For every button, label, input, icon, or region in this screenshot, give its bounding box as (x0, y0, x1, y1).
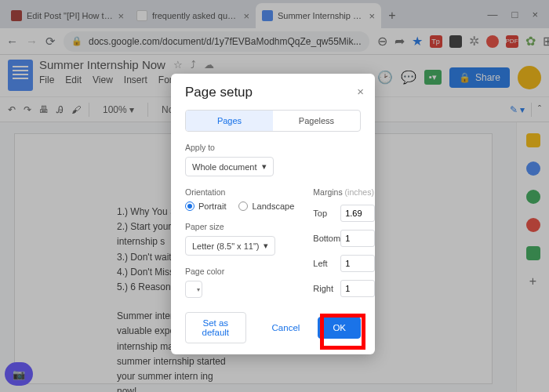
paper-size-select[interactable]: Letter (8.5" x 11")▾ (185, 236, 275, 256)
margin-right-input[interactable] (340, 280, 375, 297)
tab-pages[interactable]: Pages (186, 111, 273, 131)
margin-bottom-input[interactable] (340, 230, 375, 247)
cancel-button[interactable]: Cancel (262, 318, 311, 338)
radio-icon (238, 201, 248, 211)
page-color-label: Page color (185, 267, 294, 276)
apply-to-select[interactable]: Whole document▾ (185, 157, 274, 176)
margins-label: Margins (313, 187, 342, 197)
chevron-down-icon: ▾ (262, 162, 267, 172)
chevron-down-icon: ▾ (264, 241, 268, 251)
apply-to-label: Apply to (185, 143, 361, 152)
radio-landscape[interactable]: Landscape (238, 201, 294, 211)
margin-left-label: Left (313, 259, 327, 268)
ok-button[interactable]: OK (318, 317, 361, 339)
radio-portrait[interactable]: Portrait (185, 201, 226, 211)
page-setup-dialog: × Page setup Pages Pageless Apply to Who… (171, 74, 375, 354)
margin-top-input[interactable] (340, 205, 375, 222)
margin-right-label: Right (313, 284, 333, 293)
margins-unit: (inches) (345, 187, 374, 197)
margin-bottom-label: Bottom (313, 234, 340, 243)
tab-pageless[interactable]: Pageless (273, 111, 360, 131)
orientation-label: Orientation (185, 187, 294, 197)
margin-top-label: Top (313, 209, 327, 218)
paper-size-label: Paper size (185, 222, 294, 231)
dialog-tabs: Pages Pageless (185, 110, 361, 132)
page-color-select[interactable] (185, 281, 202, 298)
set-default-button[interactable]: Set as default (185, 312, 246, 343)
margin-left-input[interactable] (340, 255, 375, 272)
close-icon[interactable]: × (357, 85, 364, 98)
radio-icon (185, 201, 195, 211)
dialog-title: Page setup (185, 85, 361, 100)
